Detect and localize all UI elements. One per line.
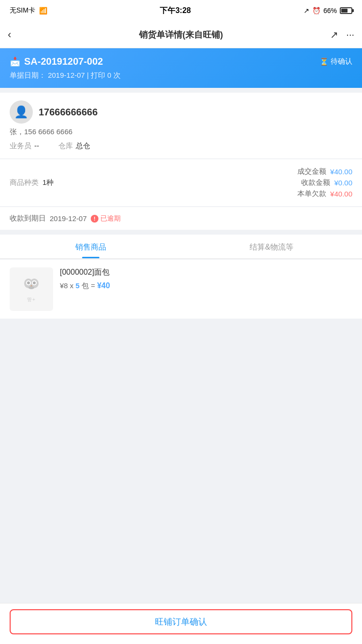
product-list: 管+ [0000002]面包 ¥8 x 5 包 = ¥40 — [0, 260, 362, 319]
carrier-text: 无SIM卡 — [10, 6, 35, 15]
product-type: 商品种类 1种 — [10, 167, 147, 198]
tab-products-label: 销售商品 — [75, 243, 106, 251]
status-right: ↗ ⏰ 66% — [304, 7, 352, 14]
location-icon: ↗ — [304, 7, 309, 14]
product-thumbnail: 管+ — [10, 267, 53, 311]
order-date: 2019-12-07 — [48, 71, 85, 79]
nav-actions: ↗︎ ··· — [330, 29, 354, 41]
warehouse-value: 总仓 — [76, 141, 90, 151]
status-text: 待确认 — [331, 57, 352, 66]
debt-amount-row: 本单欠款 ¥40.00 — [297, 189, 352, 198]
svg-point-6 — [28, 286, 34, 289]
battery-fill — [341, 9, 348, 13]
multiply-sign: x — [70, 281, 76, 290]
sales-value: -- — [34, 141, 39, 151]
wifi-icon: 📶 — [39, 7, 47, 14]
avatar: 👤 — [10, 100, 33, 124]
received-amount-value: ¥0.00 — [334, 179, 352, 187]
debt-amount-label: 本单欠款 — [297, 189, 326, 198]
overdue-text: 已逾期 — [100, 214, 121, 223]
warehouse-label: 仓库 — [58, 141, 73, 151]
amount-right: 成交金额 ¥40.00 收款金额 ¥0.00 本单欠款 ¥40.00 — [147, 167, 352, 198]
product-price-line: ¥8 x 5 包 = ¥40 — [60, 281, 352, 291]
customer-name: 张，156 6666 6666 — [10, 127, 352, 137]
due-date-value: 2019-12-07 — [50, 214, 87, 223]
confirm-order-button[interactable]: 旺铺订单确认 — [10, 609, 352, 634]
back-button[interactable]: ‹ — [4, 25, 15, 45]
overdue-badge: ! 已逾期 — [91, 214, 121, 223]
alarm-icon: ⏰ — [312, 7, 320, 14]
order-id: 📩 SA-20191207-002 — [10, 56, 103, 67]
battery-icon — [340, 7, 352, 14]
customer-phone: 17666666666 — [39, 107, 97, 118]
product-type-label: 商品种类 — [10, 178, 39, 187]
deal-amount-label: 成交金额 — [297, 167, 326, 176]
order-header-card: 📩 SA-20191207-002 ⏳ 待确认 单据日期： 2019-12-07… — [0, 48, 362, 88]
warehouse-meta: 仓库 总仓 — [58, 141, 90, 151]
tabs-container: 销售商品 结算&物流等 — [0, 235, 362, 259]
product-total: ¥40 — [97, 281, 110, 290]
deal-amount-value: ¥40.00 — [330, 168, 352, 176]
sales-label: 业务员 — [10, 141, 31, 151]
tab-settlement-label: 结算&物流等 — [250, 243, 293, 251]
overdue-dot-icon: ! — [91, 215, 98, 223]
product-info: [0000002]面包 ¥8 x 5 包 = ¥40 — [60, 267, 352, 291]
thumb-inner: 管+ — [22, 276, 41, 303]
debt-amount-value: ¥40.00 — [330, 190, 352, 198]
print-info: | 打印 0 次 — [87, 71, 121, 79]
status-left: 无SIM卡 📶 — [10, 6, 47, 15]
due-date-section: 收款到期日 2019-12-07 ! 已逾期 — [0, 207, 362, 230]
product-type-value: 1种 — [42, 178, 54, 187]
owl-logo-icon — [22, 276, 41, 295]
customer-header: 👤 17666666666 — [10, 100, 352, 124]
received-amount-row: 收款金额 ¥0.00 — [301, 178, 352, 187]
clock-icon: ⏳ — [320, 57, 329, 66]
svg-point-4 — [27, 281, 30, 284]
deal-amount-row: 成交金额 ¥40.00 — [297, 167, 352, 176]
battery-percent: 66% — [323, 7, 337, 14]
due-date-label: 收款到期日 — [10, 214, 46, 223]
product-qty: 5 — [76, 281, 80, 290]
order-header-top: 📩 SA-20191207-002 ⏳ 待确认 — [10, 56, 352, 67]
order-date-line: 单据日期： 2019-12-07 | 打印 0 次 — [10, 71, 352, 80]
svg-point-5 — [33, 281, 36, 284]
share-button[interactable]: ↗︎ — [330, 29, 338, 41]
equals-sign: = — [91, 281, 97, 290]
date-label: 单据日期： — [10, 71, 46, 79]
product-name: [0000002]面包 — [60, 267, 352, 278]
customer-card: 👤 17666666666 张，156 6666 6666 业务员 -- 仓库 … — [0, 93, 362, 158]
order-id-text: SA-20191207-002 — [24, 56, 103, 67]
product-unit: 包 — [82, 281, 89, 290]
avatar-icon: 👤 — [14, 105, 28, 119]
status-bar: 无SIM卡 📶 下午3:28 ↗ ⏰ 66% — [0, 0, 362, 21]
more-button[interactable]: ··· — [346, 29, 354, 40]
bottom-bar: 旺铺订单确认 — [0, 603, 362, 644]
received-amount-label: 收款金额 — [301, 178, 330, 187]
tab-products[interactable]: 销售商品 — [0, 235, 181, 258]
time-display: 下午3:28 — [160, 6, 191, 16]
sales-meta: 业务员 -- — [10, 141, 39, 151]
list-item: 管+ [0000002]面包 ¥8 x 5 包 = ¥40 — [0, 260, 362, 319]
amount-section: 商品种类 1种 成交金额 ¥40.00 收款金额 ¥0.00 本单欠款 ¥40.… — [0, 159, 362, 206]
order-icon: 📩 — [10, 56, 20, 67]
nav-bar: ‹ 销货单详情(来自旺铺) ↗︎ ··· — [0, 21, 362, 48]
brand-text: 管+ — [27, 296, 36, 303]
product-price: ¥8 — [60, 281, 68, 290]
empty-space — [0, 319, 362, 415]
tab-settlement[interactable]: 结算&物流等 — [181, 235, 362, 258]
page-title: 销货单详情(来自旺铺) — [139, 29, 223, 41]
order-status: ⏳ 待确认 — [320, 57, 352, 66]
customer-meta: 业务员 -- 仓库 总仓 — [10, 141, 352, 151]
